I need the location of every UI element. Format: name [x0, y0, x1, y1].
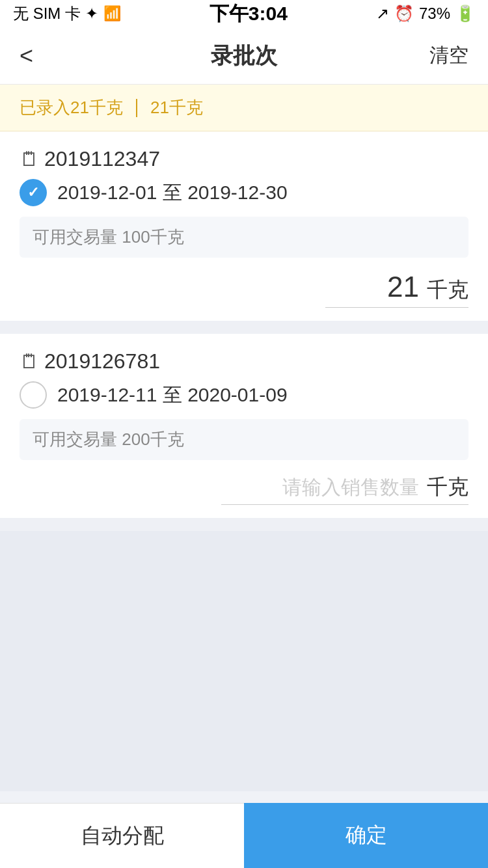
batch2-unit: 千克	[427, 473, 468, 502]
batch1-unit: 千克	[427, 276, 468, 305]
clear-button[interactable]: 清空	[429, 42, 468, 69]
batch2-id: 2019126781	[44, 349, 160, 373]
bottom-bar: 自动分配 确定	[0, 803, 488, 868]
batch2-date-row[interactable]: 2019-12-11 至 2020-01-09	[20, 381, 468, 409]
batch2-radio[interactable]	[20, 381, 47, 409]
batch2-input-placeholder: 请输入销售数量	[282, 474, 419, 501]
batch-card-1: 🗒 2019112347 2019-12-01 至 2019-12-30 可用交…	[0, 131, 488, 321]
location-icon: ↗	[376, 5, 389, 23]
battery-icon: 🔋	[455, 5, 475, 23]
batch1-id: 2019112347	[44, 147, 160, 171]
section-separator-1	[0, 321, 488, 334]
auto-distribute-button[interactable]: 自动分配	[0, 803, 244, 868]
status-left: 无 SIM 卡 ✦ 📶	[13, 3, 121, 24]
batch1-radio[interactable]	[20, 179, 47, 206]
status-right: ↗ ⏰ 73% 🔋	[376, 5, 475, 23]
summary-divider	[136, 99, 137, 117]
batch2-date: 2019-12-11 至 2020-01-09	[57, 382, 288, 409]
batch2-icon: 🗒	[20, 351, 39, 373]
battery-label: 73%	[419, 5, 450, 23]
section-separator-2	[0, 518, 488, 531]
nav-bar: < 录批次 清空	[0, 27, 488, 85]
batch1-id-row: 🗒 2019112347	[20, 147, 468, 171]
status-bar: 无 SIM 卡 ✦ 📶 下午3:04 ↗ ⏰ 73% 🔋	[0, 0, 488, 27]
page-title: 录批次	[211, 41, 277, 71]
confirm-button[interactable]: 确定	[244, 803, 488, 868]
batch1-date: 2019-12-01 至 2019-12-30	[57, 180, 288, 206]
batch1-amount[interactable]: 21	[387, 271, 419, 303]
summary-entered-label: 已录入21千克	[20, 96, 123, 119]
status-time: 下午3:04	[210, 1, 288, 27]
alarm-icon: ⏰	[394, 5, 414, 23]
batch1-available: 可用交易量 100千克	[20, 217, 468, 258]
batch1-icon: 🗒	[20, 148, 39, 170]
summary-bar: 已录入21千克 21千克	[0, 85, 488, 131]
empty-area	[0, 531, 488, 791]
back-button[interactable]: <	[20, 42, 59, 70]
batch2-id-row: 🗒 2019126781	[20, 349, 468, 373]
batch-card-2: 🗒 2019126781 2019-12-11 至 2020-01-09 可用交…	[0, 334, 488, 518]
wifi-icon: 📶	[103, 5, 121, 22]
summary-value: 21千克	[150, 96, 203, 119]
batch1-date-row[interactable]: 2019-12-01 至 2019-12-30	[20, 179, 468, 206]
sim-label: 无 SIM 卡 ✦	[13, 3, 98, 24]
batch2-available: 可用交易量 200千克	[20, 419, 468, 460]
batch2-input-underline	[221, 504, 468, 505]
